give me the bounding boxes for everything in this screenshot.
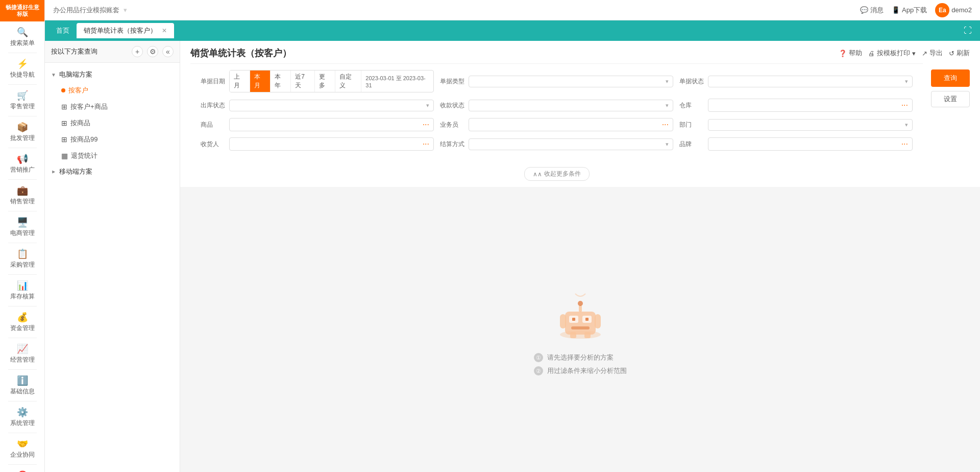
tree-child-by-goods-99[interactable]: ⊞ 按商品99: [45, 131, 180, 148]
export-btn[interactable]: ↗ 导出: [922, 49, 943, 58]
filter-row-3: 商品 ··· 业务员 ···: [201, 118, 913, 131]
empty-state: ① 请先选择要分析的方案 ② 用过滤条件来缩小分析范围: [180, 187, 980, 472]
sidebar-item-newbie-guide[interactable]: 🎯新手引导: [8, 465, 37, 472]
sidebar-item-enterprise-coop[interactable]: 🤝企业协同: [8, 433, 37, 465]
settlement-arrow: ▾: [666, 141, 669, 148]
topbar-left: 办公用品行业模拟账套 ▾: [53, 6, 127, 15]
sidebar-item-marketing[interactable]: 📢营销推广: [8, 148, 37, 180]
sidebar-item-search-menu[interactable]: 🔍搜索菜单: [8, 21, 37, 53]
date-btn-this-month[interactable]: 本月: [250, 70, 271, 92]
goods-dots: ···: [423, 121, 429, 129]
date-btn-more[interactable]: 更多: [315, 70, 335, 92]
help-btn[interactable]: ❓ 帮助: [839, 49, 862, 58]
outbound-control[interactable]: ▾: [229, 100, 434, 111]
tab-home[interactable]: 首页: [49, 23, 77, 38]
refresh-btn[interactable]: ↺ 刷新: [949, 49, 970, 58]
date-btn-7days[interactable]: 近7天: [291, 70, 315, 92]
date-label: 单据日期: [201, 77, 225, 86]
sidebar-icon-quick-nav: ⚡: [17, 58, 28, 69]
tab-close-icon[interactable]: ✕: [162, 27, 167, 34]
date-btn-this-year[interactable]: 本年: [271, 70, 291, 92]
svg-point-12: [578, 301, 583, 306]
sidebar-item-finance-mgmt[interactable]: 💰资金管理: [8, 306, 37, 338]
sidebar-label-wholesale-mgmt: 批发管理: [10, 134, 35, 143]
template-print-btn[interactable]: 🖨 按模板打印 ▾: [868, 49, 916, 58]
receiver-label: 收货人: [201, 140, 225, 149]
collapse-btn[interactable]: ∧∧ 收起更多条件: [524, 167, 590, 181]
filter-item-order-type: 单据类型 ▾: [440, 70, 673, 92]
sidebar-item-basic-info[interactable]: ℹ️基础信息: [8, 370, 37, 402]
dept-arrow: ▾: [905, 122, 908, 128]
brand-control[interactable]: ···: [708, 137, 913, 151]
tree-child-by-customer-goods[interactable]: ⊞ 按客户+商品: [45, 99, 180, 115]
industry-dropdown-icon[interactable]: ▾: [124, 6, 127, 14]
tree-child-return-stats[interactable]: ▦ 退货统计: [45, 148, 180, 164]
sidebar-item-inventory-calc[interactable]: 📊库存核算: [8, 275, 37, 306]
app-download-label: App下载: [902, 6, 927, 15]
sidebar-label-purchase-mgmt: 采购管理: [10, 261, 35, 269]
maximize-btn[interactable]: ⛶: [960, 26, 976, 35]
sidebar-item-purchase-mgmt[interactable]: 📋采购管理: [8, 243, 37, 275]
panel-actions: + ⚙ «: [132, 46, 174, 57]
sidebar-label-quick-nav: 快捷导航: [10, 70, 35, 79]
order-status-arrow: ▾: [905, 78, 908, 85]
template-print-arrow: ▾: [912, 50, 916, 57]
sidebar-icon-inventory-calc: 📊: [17, 280, 28, 291]
tree-child-by-customer[interactable]: 按客户: [45, 82, 180, 99]
sidebar-item-system-mgmt[interactable]: ⚙️系统管理: [8, 402, 37, 433]
date-btn-custom[interactable]: 自定义: [335, 70, 362, 92]
goods-control[interactable]: ···: [229, 118, 434, 131]
dept-control[interactable]: ▾: [708, 119, 913, 131]
user-profile-btn[interactable]: Ea demo2: [935, 3, 972, 17]
sidebar-label-basic-info: 基础信息: [10, 387, 35, 396]
tip-num-1: ①: [534, 353, 543, 362]
collapse-panel-btn[interactable]: «: [162, 46, 174, 57]
sidebar-label-business-mgmt: 经营管理: [10, 356, 35, 364]
sidebar-item-ecommerce-mgmt[interactable]: 🖥️电商管理: [8, 211, 37, 243]
date-btn-last-month[interactable]: 上月: [230, 70, 250, 92]
sidebar-item-wholesale-mgmt[interactable]: 📦批发管理: [8, 116, 37, 148]
message-btn[interactable]: 💬 消息: [860, 6, 884, 15]
content-area: 按以下方案查询 + ⚙ « ▼ 电脑端方案 按客户 ⊞: [45, 41, 980, 472]
salesperson-control[interactable]: ···: [469, 118, 673, 131]
tree-child-by-goods[interactable]: ⊞ 按商品: [45, 115, 180, 131]
filter-item-goods: 商品 ···: [201, 118, 434, 131]
payment-control[interactable]: ▾: [469, 100, 673, 111]
svg-rect-10: [584, 332, 591, 338]
tree-parent-pc[interactable]: ▼ 电脑端方案: [45, 67, 180, 82]
salesperson-label: 业务员: [440, 121, 464, 129]
sidebar-label-system-mgmt: 系统管理: [10, 419, 35, 428]
sidebar-label-retail-mgmt: 零售管理: [10, 102, 35, 111]
receiver-control[interactable]: ···: [229, 137, 434, 151]
sidebar-item-business-mgmt[interactable]: 📈经营管理: [8, 338, 37, 370]
add-scheme-btn[interactable]: +: [132, 46, 143, 57]
app-download-btn[interactable]: 📱 App下载: [892, 6, 927, 15]
settlement-control[interactable]: ▾: [469, 138, 673, 150]
order-status-control[interactable]: ▾: [708, 76, 913, 87]
tip-num-2: ②: [534, 366, 543, 375]
settings-button[interactable]: 设置: [931, 91, 970, 107]
industry-label: 办公用品行业模拟账套: [53, 6, 119, 15]
sidebar-item-quick-nav[interactable]: ⚡快捷导航: [8, 53, 37, 85]
filter-wrapper: 单据日期 上月 本月 本年 近7天 更多 自定义 2023-03-01 至 20…: [180, 63, 980, 187]
sidebar-icon-marketing: 📢: [17, 153, 28, 164]
settings-scheme-btn[interactable]: ⚙: [147, 46, 158, 57]
svg-rect-7: [560, 314, 566, 328]
query-button[interactable]: 查询: [931, 69, 970, 87]
filter-row-2: 出库状态 ▾ 收款状态 ▾: [201, 99, 913, 112]
tab-sales-stats[interactable]: 销货单统计表（按客户） ✕: [77, 23, 174, 38]
order-type-control[interactable]: ▾: [469, 76, 673, 87]
tree-parent-mobile[interactable]: ▼ 移动端方案: [45, 164, 180, 179]
sidebar-label-marketing: 营销推广: [10, 166, 35, 174]
tree-child-by-goods-99-label: 按商品99: [70, 135, 97, 144]
page-title: 销货单统计表（按客户）: [190, 47, 291, 59]
svg-rect-9: [570, 332, 576, 338]
sidebar-item-retail-mgmt[interactable]: 🛒零售管理: [8, 85, 37, 116]
svg-rect-6: [571, 326, 590, 329]
sidebar-icon-enterprise-coop: 🤝: [17, 438, 28, 450]
warehouse-control[interactable]: ···: [708, 99, 913, 112]
tree-parent-mobile-label: 移动端方案: [59, 167, 92, 176]
sidebar-item-sales-mgmt[interactable]: 💼销售管理: [8, 180, 37, 211]
svg-rect-5: [585, 318, 589, 321]
tab-home-label: 首页: [56, 26, 69, 35]
